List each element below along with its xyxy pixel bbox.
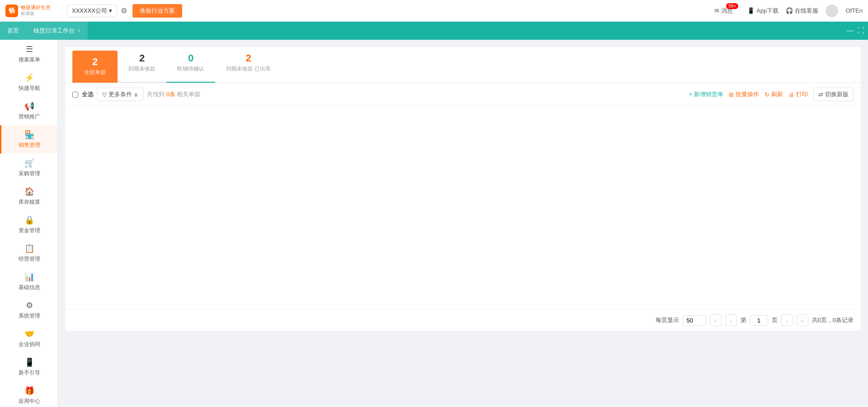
avatar[interactable]	[826, 5, 838, 17]
sidebar: ☰ 搜索菜单 ⚡ 快捷导航 📢 营销推广 🏪 销售管理 🛒 采购管理 🏠 库存核…	[0, 40, 58, 407]
message-badge: 99+	[726, 3, 738, 9]
stat-num-pending: 0	[188, 52, 193, 64]
refresh-button[interactable]: ↻ 刷新	[764, 90, 783, 98]
minimize-icon[interactable]: —	[846, 27, 854, 35]
page-suffix: 页	[772, 316, 778, 324]
sidebar-item-app-center[interactable]: 🎁 应用中心	[0, 381, 57, 407]
sidebar-item-cooperation[interactable]: 🤝 企业协同	[0, 324, 57, 353]
trial-button[interactable]: 体验行业方案	[132, 4, 182, 18]
tab-home[interactable]: 首页	[0, 22, 26, 40]
select-all-label: 全选	[82, 90, 94, 98]
headset-icon: 🎧	[786, 7, 793, 14]
sidebar-item-guide[interactable]: 📱 新手引导	[0, 353, 57, 381]
sidebar-item-system[interactable]: ⚙ 系统管理	[0, 296, 57, 324]
sidebar-item-label: 采购管理	[19, 170, 40, 178]
sidebar-item-label: 销售管理	[19, 141, 40, 149]
per-page-label: 每页显示	[656, 316, 679, 324]
sidebar-item-quick-nav[interactable]: ⚡ 快捷导航	[0, 68, 57, 97]
last-page-button[interactable]: »	[797, 314, 808, 326]
main-content: 2 全部单据 2 到期未收款 0 旺铺待确认 2 到期未收款 已出库 全选	[58, 40, 868, 407]
sidebar-item-label: 经营管理	[19, 255, 40, 263]
nav-tabs: 首页 钱货日清工作台 × — ⛶	[0, 22, 868, 40]
stat-num-all: 2	[92, 56, 98, 68]
settings-icon[interactable]: ⚙	[121, 6, 127, 15]
message-button[interactable]: ✉ 消息 99+	[714, 7, 733, 15]
company-selector[interactable]: XXXXXX公司 ▾	[67, 5, 117, 17]
lightning-icon: ⚡	[24, 73, 34, 83]
store-icon: 🏪	[24, 130, 34, 140]
lock-icon: 🔒	[24, 215, 34, 225]
result-count: 0条	[166, 91, 175, 98]
message-icon: ✉	[714, 7, 719, 14]
search-menu-icon: ☰	[26, 44, 33, 54]
total-label: 共0页，0条记录	[812, 316, 854, 324]
mobile-icon: 📱	[747, 7, 755, 14]
nav-tabs-right: — ⛶	[846, 27, 868, 35]
stat-label-overdue: 到期未收款	[128, 65, 156, 73]
pagination: 每页显示 50 20 100 « ‹ 第 页 › » 共0页，0条记录	[65, 309, 861, 331]
sidebar-item-marketing[interactable]: 📢 营销推广	[0, 97, 57, 125]
logo-area: 畅 畅捷通好生意 标准版	[5, 5, 63, 17]
company-name: XXXXXX公司	[72, 7, 107, 15]
print-icon: 🖨	[788, 91, 794, 98]
sidebar-item-purchase[interactable]: 🛒 采购管理	[0, 154, 57, 182]
sidebar-item-label: 系统管理	[19, 312, 40, 320]
online-service-label: 在线客服	[795, 7, 818, 15]
batch-operation-button[interactable]: ⊞ 批量操作	[729, 90, 759, 98]
chevron-down-icon: ▾	[109, 7, 112, 14]
print-button[interactable]: 🖨 打印	[788, 90, 808, 98]
sidebar-item-label: 基础信息	[19, 284, 40, 291]
maximize-icon[interactable]: ⛶	[857, 27, 864, 35]
per-page-select[interactable]: 50 20 100	[683, 315, 706, 326]
sidebar-item-operations[interactable]: 📋 经营管理	[0, 239, 57, 267]
new-sale-order-button[interactable]: + 新增销货单	[689, 90, 723, 98]
next-page-button[interactable]: ›	[781, 314, 793, 326]
stat-tab-overdue[interactable]: 2 到期未收款	[118, 47, 166, 83]
stat-tab-shipped[interactable]: 2 到期未收款 已出库	[215, 47, 282, 83]
filter-label: 更多条件	[108, 90, 132, 98]
batch-icon: ⊞	[729, 91, 734, 98]
handshake-icon: 🤝	[24, 329, 34, 339]
prev-page-button[interactable]: ‹	[725, 314, 737, 326]
page-number-input[interactable]	[750, 315, 768, 326]
stat-num-shipped: 2	[246, 52, 251, 64]
filter-icon: ▽	[102, 91, 107, 98]
toolbar: 全选 ▽ 更多条件 ∨ 共找到 0条 相关单据 + 新增销货单 ⊞	[65, 83, 861, 106]
stat-tab-all[interactable]: 2 全部单据	[72, 51, 118, 83]
app-download-button[interactable]: 📱 App下载	[747, 7, 778, 15]
refresh-icon: ↻	[764, 91, 769, 98]
switch-version-button[interactable]: ⇄ 切换新版	[813, 88, 854, 101]
sidebar-item-label: 资金管理	[19, 227, 40, 234]
stat-label-shipped: 到期未收款 已出库	[226, 65, 271, 73]
result-text: 共找到 0条 相关单据	[147, 90, 200, 98]
megaphone-icon: 📢	[24, 101, 34, 111]
stat-label-all: 全部单据	[84, 69, 106, 76]
guide-icon: 📱	[24, 357, 34, 367]
cart-icon: 🛒	[24, 158, 34, 168]
gear-icon: ⚙	[26, 300, 33, 310]
select-all-checkbox[interactable]	[72, 92, 78, 98]
sidebar-item-search[interactable]: ☰ 搜索菜单	[0, 40, 57, 68]
page-label: 第	[741, 316, 746, 324]
clipboard-icon: 📋	[24, 243, 34, 253]
filter-button[interactable]: ▽ 更多条件 ∨	[97, 88, 143, 101]
first-page-button[interactable]: «	[710, 314, 722, 326]
sidebar-item-label: 新手引导	[19, 369, 40, 377]
logo-icon: 畅	[5, 5, 18, 17]
switch-icon: ⇄	[818, 91, 823, 98]
toolbar-right: + 新增销货单 ⊞ 批量操作 ↻ 刷新 🖨 打印 ⇄ 切换新版	[689, 88, 854, 101]
tab-workbench[interactable]: 钱货日清工作台 ×	[26, 22, 88, 40]
empty-table-area	[65, 106, 861, 309]
sidebar-item-label: 企业协同	[19, 341, 40, 348]
sidebar-item-basic-info[interactable]: 📊 基础信息	[0, 267, 57, 296]
stat-tab-pending[interactable]: 0 旺铺待确认	[166, 47, 215, 83]
sidebar-item-sales[interactable]: 🏪 销售管理	[0, 125, 57, 154]
warehouse-icon: 🏠	[24, 187, 34, 196]
sidebar-item-inventory[interactable]: 🏠 库存核算	[0, 182, 57, 211]
sidebar-item-label: 应用中心	[19, 398, 40, 405]
user-name[interactable]: OfTEn	[845, 7, 863, 14]
tab-close-icon[interactable]: ×	[77, 28, 80, 34]
logo-title: 畅捷通好生意	[21, 5, 51, 10]
online-service-button[interactable]: 🎧 在线客服	[786, 7, 818, 15]
sidebar-item-finance[interactable]: 🔒 资金管理	[0, 211, 57, 239]
